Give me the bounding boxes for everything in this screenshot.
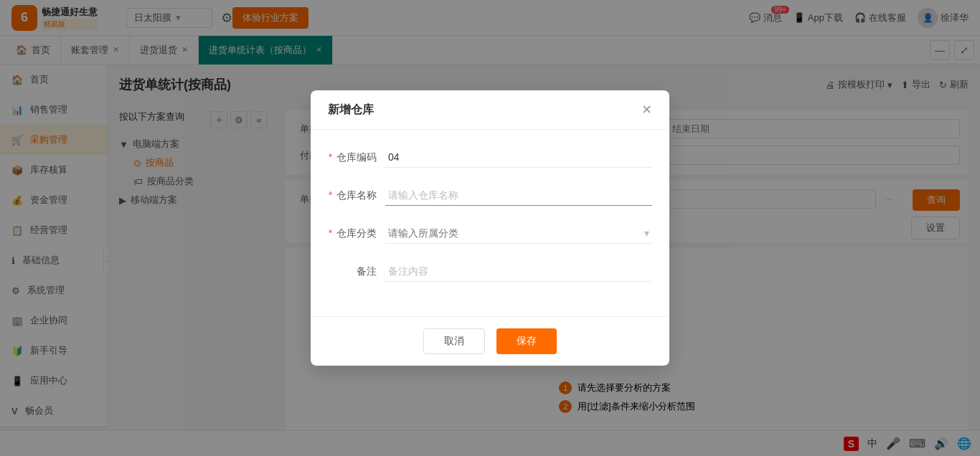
warehouse-name-input[interactable] [385, 185, 652, 206]
remark-label: 备注 [328, 265, 385, 278]
dialog-overlay: 新增仓库 ✕ * 仓库编码 * 仓库名称 [0, 0, 980, 456]
warehouse-category-select[interactable]: ▾ [385, 223, 652, 244]
dialog-body: * 仓库编码 * 仓库名称 * 仓库分类 [311, 130, 669, 316]
form-row-warehouse-category: * 仓库分类 ▾ [328, 223, 652, 244]
form-row-remark: 备注 [328, 261, 652, 282]
remark-input[interactable] [385, 261, 652, 282]
cancel-button[interactable]: 取消 [423, 328, 485, 354]
form-row-warehouse-name: * 仓库名称 [328, 185, 652, 206]
dialog-footer: 取消 保存 [311, 316, 669, 366]
dialog-close-button[interactable]: ✕ [641, 102, 652, 118]
save-button[interactable]: 保存 [496, 328, 557, 354]
dialog-title: 新增仓库 [328, 103, 374, 118]
new-warehouse-dialog: 新增仓库 ✕ * 仓库编码 * 仓库名称 [311, 90, 669, 366]
form-row-warehouse-code: * 仓库编码 [328, 147, 652, 168]
warehouse-category-label: * 仓库分类 [328, 227, 385, 240]
warehouse-category-input[interactable] [388, 227, 644, 239]
dialog-header: 新增仓库 ✕ [311, 90, 669, 130]
warehouse-code-input[interactable] [385, 147, 652, 168]
warehouse-code-label: * 仓库编码 [328, 151, 385, 164]
warehouse-name-label: * 仓库名称 [328, 189, 385, 202]
category-dropdown-icon: ▾ [644, 227, 649, 239]
